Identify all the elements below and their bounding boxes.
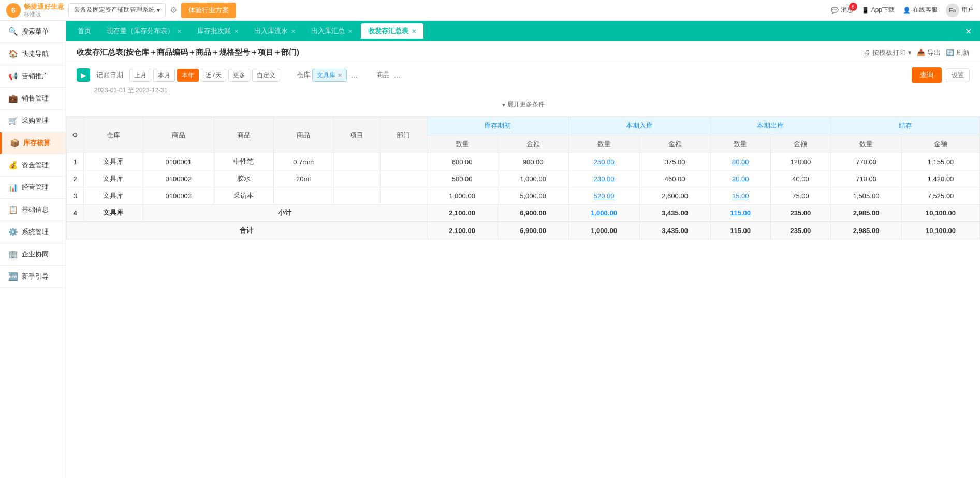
- sidebar-item-sales[interactable]: 💼 销售管理: [0, 88, 66, 110]
- th-gear[interactable]: ⚙: [67, 117, 84, 153]
- try-industry-button[interactable]: 体验行业方案: [181, 3, 236, 18]
- system-selector[interactable]: 装备及固定资产辅助管理系统 ▾: [68, 3, 166, 17]
- gear-icon[interactable]: ⚙: [170, 5, 177, 15]
- tab-batch-label: 库存批次账: [197, 26, 231, 36]
- basic-icon: 📋: [8, 205, 18, 214]
- subtotal-bal-amt: 10,100.00: [902, 205, 980, 222]
- home-icon: 🏠: [8, 49, 18, 59]
- row-out-qty[interactable]: 15.00: [710, 187, 770, 205]
- close-all-tabs[interactable]: ✕: [961, 24, 976, 38]
- row-dept: [380, 187, 427, 205]
- goods-label: 商品: [376, 70, 390, 80]
- top-bar-left: 6 畅捷通好生意 标准版 装备及固定资产辅助管理系统 ▾ ⚙ 体验行业方案: [6, 3, 236, 18]
- date-btn-this-year[interactable]: 本年: [177, 69, 199, 82]
- filter-actions: 查询 设置: [912, 67, 970, 83]
- sidebar-item-operations[interactable]: 📊 经营管理: [0, 177, 66, 199]
- online-service-item[interactable]: 👤 在线客服: [903, 6, 938, 15]
- th-period-out: 本期出库: [710, 117, 831, 135]
- date-btn-this-month[interactable]: 本月: [153, 69, 175, 82]
- sidebar-label-sales: 销售管理: [22, 94, 49, 103]
- filter-bar: ▶ 记账日期 上月 本月 本年 近7天 更多 自定义 仓库 文具库: [66, 62, 980, 117]
- query-button[interactable]: 查询: [912, 67, 942, 83]
- table-wrapper[interactable]: ⚙ 仓库 商品 商品 商品 项目 部门 库存期初 本期入库 本期出库 结存: [66, 117, 980, 478]
- date-btn-last-month[interactable]: 上月: [129, 69, 151, 82]
- tab-batch-close[interactable]: ✕: [234, 28, 239, 35]
- sidebar-item-system[interactable]: ⚙️ 系统管理: [0, 221, 66, 243]
- tab-receipt-summary-close[interactable]: ✕: [412, 28, 416, 35]
- row-in-qty[interactable]: 250.00: [568, 153, 639, 170]
- subtotal-begin-qty: 2,100.00: [427, 205, 498, 222]
- refresh-button[interactable]: 🔄 刷新: [946, 48, 970, 57]
- subtotal-in-qty: 1,000.00: [568, 205, 639, 222]
- th-bal-qty: 数量: [831, 135, 902, 153]
- total-out-amt: 235.00: [770, 222, 830, 239]
- subtotal-out-qty: 115.00: [710, 205, 770, 222]
- row-out-qty[interactable]: 20.00: [710, 170, 770, 187]
- export-button[interactable]: 📥 导出: [917, 48, 941, 57]
- date-btn-custom[interactable]: 自定义: [252, 69, 280, 82]
- tab-home[interactable]: 首页: [70, 23, 98, 39]
- print-icon: 🖨: [864, 49, 870, 56]
- set-button[interactable]: 设置: [946, 68, 970, 82]
- row-warehouse: 文具库: [84, 187, 143, 205]
- tab-receipt-summary[interactable]: 收发存汇总表 ✕: [361, 23, 423, 39]
- sidebar-item-quick-nav[interactable]: 🏠 快捷导航: [0, 43, 66, 65]
- warehouse-ellipsis[interactable]: ...: [349, 70, 360, 80]
- sidebar-label-quick-nav: 快捷导航: [22, 49, 49, 59]
- tab-in-out-summary-label: 出入库汇总: [311, 26, 345, 36]
- th-period-begin: 库存期初: [427, 117, 568, 135]
- export-label: 导出: [927, 48, 941, 57]
- user-item[interactable]: Ea 用户: [946, 4, 974, 17]
- message-item[interactable]: 💬 消息 6: [831, 6, 853, 15]
- online-service-label: 在线客服: [913, 6, 938, 15]
- service-icon: 👤: [903, 7, 911, 14]
- date-label: 记账日期: [96, 70, 123, 80]
- subtotal-begin-amt: 6,900.00: [498, 205, 568, 222]
- row-in-qty[interactable]: 520.00: [568, 187, 639, 205]
- tab-in-out-flow-label: 出入库流水: [254, 26, 288, 36]
- search-icon: 🔍: [8, 27, 18, 36]
- th-bal-amt: 金额: [902, 135, 980, 153]
- tab-in-out-summary[interactable]: 出入库汇总 ✕: [304, 23, 360, 39]
- th-balance: 结存: [831, 117, 980, 135]
- sidebar-item-search[interactable]: 🔍 搜索菜单: [0, 21, 66, 43]
- row-dept: [380, 170, 427, 187]
- app-download-item[interactable]: 📱 App下载: [861, 6, 895, 15]
- print-button[interactable]: 🖨 按模板打印 ▾: [864, 48, 912, 57]
- logo-area: 6 畅捷通好生意 标准版: [6, 3, 64, 18]
- th-period-in: 本期入库: [568, 117, 710, 135]
- sidebar-item-enterprise[interactable]: 🏢 企业协同: [0, 243, 66, 266]
- tab-in-out-flow[interactable]: 出入库流水 ✕: [247, 23, 303, 39]
- tab-batch[interactable]: 库存批次账 ✕: [190, 23, 246, 39]
- goods-ellipsis[interactable]: ...: [392, 70, 403, 80]
- logo-sub: 标准版: [24, 11, 64, 18]
- row-goods: 采访本: [214, 187, 273, 205]
- sidebar-item-finance[interactable]: 💰 资金管理: [0, 154, 66, 177]
- date-btn-7days[interactable]: 近7天: [201, 69, 226, 82]
- tab-in-out-flow-close[interactable]: ✕: [291, 28, 296, 35]
- tab-in-out-summary-close[interactable]: ✕: [348, 28, 353, 35]
- sidebar-item-guide[interactable]: 🆕 新手引导: [0, 266, 66, 288]
- sidebar-label-basic: 基础信息: [22, 205, 49, 214]
- tab-inventory-dist-close[interactable]: ✕: [177, 28, 182, 35]
- filter-toggle-button[interactable]: ▶: [77, 68, 90, 82]
- row-in-qty[interactable]: 230.00: [568, 170, 639, 187]
- sidebar-label-inventory: 库存核算: [23, 138, 50, 148]
- th-warehouse: 仓库: [84, 117, 143, 153]
- total-bal-qty: 2,985.00: [831, 222, 902, 239]
- expand-conditions-button[interactable]: ▾ 展开更多条件: [498, 98, 549, 111]
- row-out-qty[interactable]: 80.00: [710, 153, 770, 170]
- row-out-amt: 120.00: [770, 153, 830, 170]
- expand-row: ▾ 展开更多条件: [77, 98, 970, 111]
- sidebar-item-marketing[interactable]: 📢 营销推广: [0, 65, 66, 88]
- th-code: 商品: [143, 117, 214, 153]
- date-btn-more[interactable]: 更多: [228, 69, 250, 82]
- page-actions: 🖨 按模板打印 ▾ 📥 导出 🔄 刷新: [864, 48, 970, 57]
- tab-inventory-dist[interactable]: 现存量（库存分布表） ✕: [99, 23, 189, 39]
- sidebar-item-basic[interactable]: 📋 基础信息: [0, 199, 66, 221]
- warehouse-tag[interactable]: 文具库 ✕: [312, 69, 347, 82]
- sidebar-item-inventory[interactable]: 📦 库存核算: [0, 132, 66, 154]
- row-goods: 胶水: [214, 170, 273, 187]
- warehouse-tag-close[interactable]: ✕: [338, 72, 342, 79]
- sidebar-item-purchase[interactable]: 🛒 采购管理: [0, 110, 66, 132]
